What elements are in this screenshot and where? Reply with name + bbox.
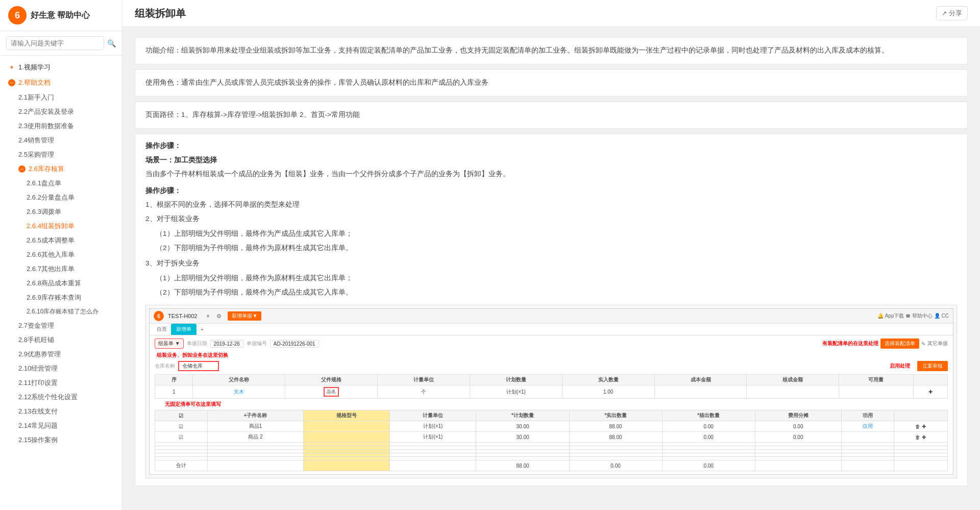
sim-lower-th-check: ☑ bbox=[155, 410, 208, 421]
sidebar-item-2-12[interactable]: 2.12系统个性化设置 bbox=[0, 390, 122, 404]
sidebar-item-2-3[interactable]: 2.3使用前数据准备 bbox=[0, 119, 122, 133]
sim-lower-th-qty1: *计划数量 bbox=[476, 410, 569, 421]
sim-lower-table: ☑ +子件名称 规格型号 计量单位 *计划数量 *实出数量 *核出数量 费用分摊… bbox=[155, 410, 948, 471]
sidebar-header: 6 好生意 帮助中心 bbox=[0, 0, 122, 31]
sim-th-parent-name: 父件名称 bbox=[193, 375, 285, 385]
sidebar-item-2[interactable]: − 2.帮助文档 bbox=[0, 75, 122, 90]
sidebar-item-2-7[interactable]: 2.7资金管理 bbox=[0, 319, 122, 333]
sim-lower-row-5 bbox=[155, 450, 948, 453]
sim-lower-row-6 bbox=[155, 453, 948, 457]
sidebar-item-2-6-7[interactable]: 2.6.7其他出库单 bbox=[0, 262, 122, 276]
sim-upper-table: 序 父件名称 父件规格 计量单位 计划数量 实入数量 成本金额 核成金额 可用量 bbox=[155, 374, 948, 399]
sim-lower-th-qty3: *核出数量 bbox=[662, 410, 755, 421]
sidebar: 6 好生意 帮助中心 🔍 + 1.视频学习 − 2.帮助文档 2.1新手入门 2… bbox=[0, 0, 122, 510]
sim-other-icon: 其它单据 bbox=[927, 340, 948, 347]
sim-lower-row-2: ☑ 商品 2 计划(×1) 30.00 88.00 0.00 0.00 bbox=[155, 432, 948, 443]
step3-2-text: （2）下部明细为子件明细，最终作为产成品生成其它入库单。 bbox=[145, 286, 957, 299]
sim-annotation3-text: 启用处理 bbox=[890, 362, 910, 370]
sim-warehouse-input[interactable]: 仓储仓库 bbox=[178, 361, 219, 371]
sidebar-item-2-1[interactable]: 2.1新手入门 bbox=[0, 90, 122, 105]
sidebar-item-label: 1.视频学习 bbox=[18, 63, 51, 72]
sidebar-item-2-8[interactable]: 2.8手机旺铺 bbox=[0, 333, 122, 347]
sim-form-no-label: 单据编号 bbox=[247, 340, 267, 347]
sidebar-item-2-6-9[interactable]: 2.6.9库存账本查询 bbox=[0, 290, 122, 305]
sim-right-icons: 🔔 App下载 ☎ 帮助中心 👤 CC bbox=[877, 312, 949, 320]
sim-td-8 bbox=[747, 385, 839, 399]
sidebar-item-2-6-3[interactable]: 2.6.3调拨单 bbox=[0, 205, 122, 219]
sim-annotation1-area: 有装配清单的在这里处理 选择装配清单 ✎ 其它单据 bbox=[822, 338, 948, 349]
scene1-desc-text: 当由多个子件材料组装成一个成品的业务为【组装】业务，当由一个父件拆分成多个子产品… bbox=[145, 170, 510, 178]
sim-nav-new[interactable]: 新增单 bbox=[171, 324, 197, 335]
sidebar-item-2-6[interactable]: − 2.6库存核算 bbox=[0, 162, 122, 176]
sidebar-item-2-2[interactable]: 2.2产品安装及登录 bbox=[0, 105, 122, 119]
sim-no-value: AD-20191226-001 bbox=[270, 340, 319, 348]
sidebar-item-2-4[interactable]: 2.4销售管理 bbox=[0, 133, 122, 148]
page-path-text: 页面路径：1、库存核算->库存管理->组装拆卸单 2、首页->常用功能 bbox=[145, 111, 360, 118]
share-button[interactable]: ↗ 分享 bbox=[936, 6, 968, 20]
app-logo: 6 bbox=[8, 6, 27, 25]
step2-1-text: （1）上部明细为父件明细，最终作为产成品生成其它入库单； bbox=[145, 228, 957, 240]
share-label: 分享 bbox=[949, 9, 962, 18]
sim-nav-home[interactable]: 自页 bbox=[154, 324, 170, 335]
sidebar-item-label: 2.帮助文档 bbox=[18, 78, 51, 87]
sim-th-actual-qty: 实入数量 bbox=[562, 375, 654, 385]
sim-search-row: 仓库名称 仓储仓库 启用处理 立案审核 bbox=[155, 361, 948, 371]
func-intro-text: 功能介绍：组装拆卸单用来处理企业组装或拆卸等加工业务，支持有固定装配清单的产品加… bbox=[145, 46, 889, 54]
sidebar-item-2-10[interactable]: 2.10经营管理 bbox=[0, 361, 122, 376]
sim-new-btn[interactable]: 新增单据▼ bbox=[228, 311, 261, 321]
use-role-text: 使用角色：通常由生产人员或库管人员完成拆装业务的操作，库管人员确认原材料的出库和… bbox=[145, 79, 488, 86]
sim-type-select-label: 组装单 ▼ bbox=[158, 341, 180, 346]
ops-steps-title: 操作步骤： bbox=[145, 141, 957, 151]
table-row: 1 关木 品名 个 计划(×1) 1.00 bbox=[155, 385, 948, 399]
sidebar-item-2-9[interactable]: 2.9优惠券管理 bbox=[0, 347, 122, 361]
sim-company: TEST-H002 bbox=[168, 313, 197, 319]
sim-annotation2-text: 组装业务、拆卸业务在这里切换 bbox=[155, 352, 948, 359]
main-header: 组装拆卸单 ↗ 分享 bbox=[122, 0, 980, 27]
sim-type-select[interactable]: 组装单 ▼ bbox=[155, 338, 184, 349]
page-path-block: 页面路径：1、库存核算->库存管理->组装拆卸单 2、首页->常用功能 bbox=[135, 102, 968, 129]
sim-edit-icon: ✎ bbox=[921, 341, 925, 347]
sim-td-1: 1 bbox=[155, 385, 193, 399]
sim-td-9 bbox=[839, 385, 913, 399]
step1-text: 1、根据不同的业务，选择不同单据的类型来处理 bbox=[145, 199, 957, 211]
sim-lower-row-3 bbox=[155, 443, 948, 446]
sidebar-item-2-5[interactable]: 2.5采购管理 bbox=[0, 148, 122, 162]
sidebar-item-2-13[interactable]: 2.13在线支付 bbox=[0, 404, 122, 419]
scene1-desc: 当由多个子件材料组装成一个成品的业务为【组装】业务，当由一个父件拆分成多个子产品… bbox=[145, 168, 957, 180]
sim-search-label: 仓库名称 bbox=[155, 362, 175, 370]
sidebar-item-2-15[interactable]: 2.15操作案例 bbox=[0, 433, 122, 447]
sim-date-value: 2019-12-26 bbox=[210, 340, 243, 348]
sidebar-item-2-14[interactable]: 2.14常见问题 bbox=[0, 419, 122, 433]
sim-td-5: 计划(×1) bbox=[470, 385, 562, 399]
search-icon[interactable]: 🔍 bbox=[107, 39, 116, 47]
search-input[interactable] bbox=[6, 36, 104, 50]
sim-screenshot: 6 TEST-H002 ▼ ⚙ 新增单据▼ 🔔 App下载 ☎ 帮助中心 👤 C… bbox=[149, 308, 953, 475]
sidebar-item-2-6-8[interactable]: 2.6.8商品成本重算 bbox=[0, 276, 122, 290]
sim-th-core-amount: 核成金额 bbox=[747, 375, 839, 385]
search-box: 🔍 bbox=[0, 31, 122, 56]
sim-enable-btn[interactable]: 立案审核 bbox=[917, 361, 948, 371]
sidebar-item-2-6-4[interactable]: 2.6.4组装拆卸单 bbox=[0, 219, 122, 233]
sim-logo: 6 bbox=[154, 311, 164, 321]
sim-th-seq: 序 bbox=[155, 375, 193, 385]
sim-td-2: 关木 bbox=[193, 385, 285, 399]
expand-minus-icon: − bbox=[8, 79, 15, 86]
sim-lower-row-7 bbox=[155, 457, 948, 460]
func-intro-block: 功能介绍：组装拆卸单用来处理企业组装或拆卸等加工业务，支持有固定装配清单的产品加… bbox=[135, 37, 968, 64]
sim-form-area: 组装单 ▼ 单据日期 2019-12-26 单据编号 AD-20191226-0… bbox=[150, 335, 953, 474]
sidebar-item-2-6-10[interactable]: 2.6.10库存账本错了怎么办 bbox=[0, 305, 122, 319]
sim-td-4: 个 bbox=[378, 385, 470, 399]
sim-config-btn[interactable]: 选择装配清单 bbox=[880, 338, 919, 349]
sim-lower-th-qty4: 费用分摊 bbox=[755, 410, 841, 421]
sidebar-item-2-6-1[interactable]: 2.6.1盘点单 bbox=[0, 176, 122, 190]
sim-lower-th-unit2: 计量单位 bbox=[390, 410, 476, 421]
sidebar-item-2-11[interactable]: 2.11打印设置 bbox=[0, 376, 122, 390]
sim-lower-th-qty2: *实出数量 bbox=[569, 410, 662, 421]
sidebar-item-2-6-6[interactable]: 2.6.6其他入库单 bbox=[0, 248, 122, 262]
sim-lower-th-op: 功用 bbox=[841, 410, 894, 421]
sidebar-item-2-6-2[interactable]: 2.6.2分量盘点单 bbox=[0, 190, 122, 205]
sim-td-7 bbox=[654, 385, 747, 399]
sidebar-item-2-6-5[interactable]: 2.6.5成本调整单 bbox=[0, 233, 122, 248]
sim-lower-row-1: ☑ 商品1 计划(×1) 30.00 88.00 0.00 0.00 仅用 bbox=[155, 421, 948, 432]
sidebar-item-1[interactable]: + 1.视频学习 bbox=[0, 60, 122, 75]
